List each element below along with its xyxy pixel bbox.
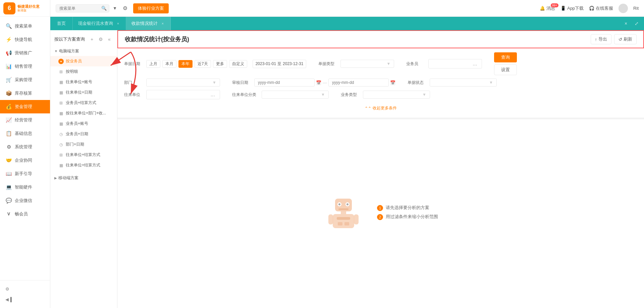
sidebar-item-basic-info[interactable]: 📋 基础信息 <box>0 127 50 140</box>
partner-select[interactable]: ... <box>146 90 220 99</box>
date-label: 单据日期 <box>124 61 141 67</box>
tab-close-receipt-stats[interactable]: × <box>160 21 165 26</box>
app-download-btn[interactable]: 📱 App下载 <box>560 5 584 11</box>
tree-item-partner-date[interactable]: ▦ 往来单位+日期 <box>50 87 117 98</box>
tab-receipt-stats[interactable]: 收款情况统计 × <box>126 17 171 30</box>
user-avatar[interactable] <box>619 4 628 13</box>
setting-btn[interactable]: 设置 <box>494 64 517 75</box>
date-range-display[interactable]: 2023-01-01 至 2023-12-31 <box>253 60 307 68</box>
doc-status-select[interactable]: ▼ <box>430 79 497 87</box>
tab-home[interactable]: 首页 <box>50 17 73 30</box>
tab-bank-flow[interactable]: 现金银行流水查询 × <box>73 17 126 30</box>
inventory-icon: 📦 <box>5 90 12 97</box>
sidebar-item-guide[interactable]: 📖 新手引导 <box>0 167 50 181</box>
panel-header-actions: + ⚙ « <box>88 36 113 43</box>
date-btn-this-month[interactable]: 本月 <box>162 60 176 68</box>
salesperson-more-btn[interactable]: ... <box>471 61 478 67</box>
export-btn[interactable]: ↑ 导出 <box>591 34 612 44</box>
header-gear-btn[interactable]: ⚙ <box>120 4 130 13</box>
sidebar-collapse-btn[interactable]: ◀▐ <box>0 294 50 305</box>
tree-section-desktop-label[interactable]: ▼ 电脑端方案 <box>50 46 117 56</box>
svg-point-4 <box>346 203 348 205</box>
user-name[interactable]: Rit <box>633 6 639 11</box>
settings-icon: ⚙ <box>5 287 9 292</box>
date-btn-7days[interactable]: 近7天 <box>195 60 211 68</box>
partner-label: 往来单位 <box>124 92 141 98</box>
tree-item-partner-payment1[interactable]: ⊞ 往来单位+结算方式 <box>50 150 117 160</box>
sidebar-item-search[interactable]: 🔍 搜索菜单 <box>0 19 50 33</box>
review-date-from[interactable] <box>254 79 315 87</box>
partner-category-select[interactable]: ▼ <box>262 91 329 99</box>
doc-type-label: 单据类型 <box>318 61 335 67</box>
partner-account-icon: ▦ <box>58 80 64 85</box>
step-num-1: 1 <box>377 205 383 211</box>
left-panel: 按以下方案查询 + ⚙ « ▼ 电脑端方案 ● <box>50 30 117 308</box>
panel-add-btn[interactable]: + <box>88 36 96 43</box>
dept-select[interactable]: ▼ <box>146 79 220 87</box>
business-type-select[interactable]: ▼ <box>363 91 430 99</box>
sidebar-item-operations[interactable]: 📈 经营管理 <box>0 113 50 127</box>
sidebar-item-collab[interactable]: 🤝 企业协同 <box>0 154 50 167</box>
collapse-icon: ◀▐ <box>5 297 12 302</box>
system-icon: ⚙ <box>5 144 12 150</box>
tree-item-by-salesperson[interactable]: ● 按业务员 <box>50 56 117 66</box>
sidebar: 6 畅捷通好生意 标准版 🔍 搜索菜单 ⚡ 快捷导航 📢 营销推广 📊 销 <box>0 0 50 308</box>
salesperson-date-icon: ◷ <box>58 132 64 137</box>
notification-btn[interactable]: 🔔 消息 99+ <box>540 5 555 11</box>
partner-more-btn[interactable]: ... <box>209 92 216 98</box>
sidebar-item-member[interactable]: V 畅会员 <box>0 207 50 221</box>
date-btn-more[interactable]: 更多 <box>213 60 227 68</box>
sidebar-item-sales[interactable]: 📊 销售管理 <box>0 60 50 73</box>
tab-close-all-btn[interactable]: × <box>622 19 630 28</box>
tree-item-salesperson-account[interactable]: ▦ 业务员+账号 <box>50 118 117 129</box>
trial-btn[interactable]: 体验行业方案 <box>133 3 169 13</box>
refresh-btn[interactable]: ↺ 刷新 <box>614 34 637 44</box>
tree-item-salesperson-payment[interactable]: ⊞ 业务员+结算方式 <box>50 98 117 108</box>
sidebar-item-marketing[interactable]: 📢 营销推广 <box>0 46 50 60</box>
sidebar-item-inventory[interactable]: 📦 库存核算 <box>0 87 50 100</box>
logo-icon: 6 <box>3 2 15 14</box>
online-service-btn[interactable]: 🎧 在线客服 <box>589 5 613 11</box>
tree-item-partner-account[interactable]: ▦ 往来单位+账号 <box>50 77 117 87</box>
collapse-more-btn[interactable]: ⌃⌃ 收起更多条件 <box>124 103 637 114</box>
tree-item-partner-payment2[interactable]: ▦ 往来单位+结算方式 <box>50 160 117 170</box>
tree-arrow-mobile-icon: ▶ <box>54 176 57 180</box>
tree-item-partner-dept[interactable]: ▦ 按往来单位+部门+收... <box>50 108 117 118</box>
tree-item-salesperson-date[interactable]: ◷ 业务员+日期 <box>50 129 117 139</box>
refresh-icon: ↺ <box>619 37 622 42</box>
tree-item-dept-date[interactable]: ◷ 部门+日期 <box>50 139 117 150</box>
sidebar-item-purchase[interactable]: 🛒 采购管理 <box>0 73 50 87</box>
sidebar-item-system[interactable]: ⚙ 系统管理 <box>0 140 50 154</box>
doc-type-select[interactable]: ▼ <box>340 60 394 68</box>
salesperson-select[interactable]: ... <box>428 59 482 68</box>
date-separator: — <box>323 80 327 85</box>
download-icon: 📱 <box>560 6 566 11</box>
panel-header: 按以下方案查询 + ⚙ « <box>50 34 117 45</box>
query-btn[interactable]: 查询 <box>494 52 517 62</box>
calendar-icon-2: 📅 <box>390 80 395 85</box>
svg-rect-6 <box>341 211 346 214</box>
sidebar-item-hardware[interactable]: 💻 智能硬件 <box>0 181 50 194</box>
sidebar-settings-btn[interactable]: ⚙ <box>0 284 50 294</box>
sidebar-bottom: ⚙ ◀▐ <box>0 280 50 308</box>
review-date-label: 审核日期 <box>232 80 249 86</box>
tab-close-bank-flow[interactable]: × <box>116 21 120 26</box>
tree-item-detail[interactable]: ⊞ 按明细 <box>50 66 117 77</box>
partner-category-arrow-icon: ▼ <box>321 92 325 97</box>
date-btn-last-month[interactable]: 上月 <box>146 60 160 68</box>
tree-section-mobile-label[interactable]: ▶ 移动端方案 <box>50 173 117 183</box>
header-dropdown[interactable]: ▼ <box>113 6 117 11</box>
date-btn-custom[interactable]: 自定义 <box>229 60 247 68</box>
header-right: 🔔 消息 99+ 📱 App下载 🎧 在线客服 Rit <box>540 4 639 13</box>
panel-gear-btn[interactable]: ⚙ <box>97 36 104 43</box>
sidebar-item-wechat[interactable]: 💬 企业微信 <box>0 194 50 207</box>
sidebar-item-finance[interactable]: 💰 资金管理 <box>0 100 50 113</box>
search-btn-group: 查询 设置 <box>494 52 517 75</box>
review-date-to[interactable] <box>328 79 389 87</box>
search-area: 单据日期 上月 本月 本年 近7天 更多 自定义 2023-01-01 至 <box>117 48 644 118</box>
sidebar-item-quicknav[interactable]: ⚡ 快捷导航 <box>0 33 50 46</box>
calendar-icon-1: 📅 <box>316 80 321 85</box>
tab-expand-btn[interactable]: ⤢ <box>633 19 641 28</box>
panel-collapse-btn[interactable]: « <box>106 36 113 43</box>
date-btn-this-year[interactable]: 本年 <box>178 60 193 68</box>
